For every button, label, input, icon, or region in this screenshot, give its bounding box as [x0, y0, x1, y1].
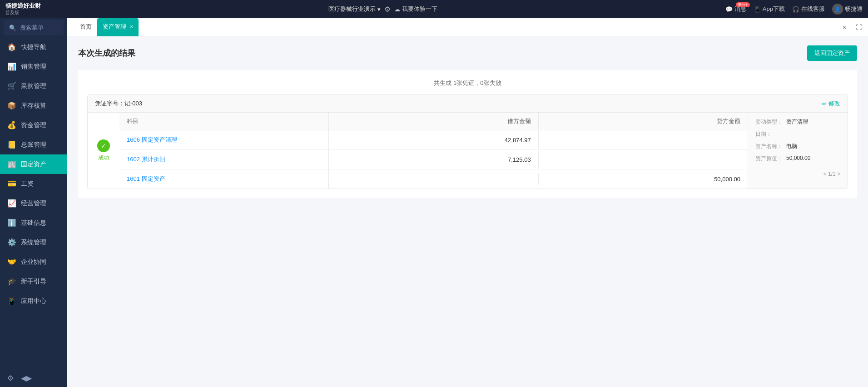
success-indicator: ✓ 成功 [88, 113, 119, 189]
search-menu-button[interactable]: 🔍 搜索菜单 [4, 20, 64, 35]
side-info-panel: 变动类型： 资产清理 日期： 资产名称： 电脑 [748, 113, 848, 189]
system-icon: ⚙️ [7, 238, 16, 247]
row3-subject[interactable]: 1601 固定资产 [119, 169, 329, 189]
download-icon: 📱 [754, 6, 761, 13]
message-icon: 💬 [725, 6, 733, 13]
sidebar-item-basics[interactable]: ℹ️ 基础信息 [0, 213, 67, 233]
pagination[interactable]: < 1/1 > [755, 167, 840, 177]
info-date: 日期： [755, 130, 840, 138]
app-download-label: App下载 [763, 5, 785, 13]
purchase-icon: 🛒 [7, 82, 16, 90]
sidebar: 🔍 搜索菜单 🏠 快捷导航 📊 销售管理 🛒 采购管理 📦 库存核算 💰 资金管… [0, 18, 67, 387]
user-area[interactable]: 👤 畅捷通 [832, 4, 863, 15]
page-title: 本次生成的结果 [78, 48, 135, 59]
table-header: 科目 借方金额 贷方金额 [119, 113, 748, 130]
sidebar-item-payroll[interactable]: 💳 工资 [0, 174, 67, 194]
sidebar-item-label: 系统管理 [21, 238, 46, 247]
close-window-button[interactable]: × [839, 22, 850, 33]
col-header-subject: 科目 [119, 113, 329, 130]
tab-close-icon[interactable]: × [130, 24, 133, 30]
row2-credit [539, 154, 748, 165]
sidebar-item-ledger[interactable]: 📒 总账管理 [0, 135, 67, 154]
voucher-header: 凭证字号：记-003 ✏ 修改 [88, 95, 848, 113]
sidebar-item-capital[interactable]: 💰 资金管理 [0, 115, 67, 135]
sidebar-item-purchase[interactable]: 🛒 采购管理 [0, 76, 67, 96]
tab-asset-mgmt-label: 资产管理 [103, 23, 126, 31]
return-button[interactable]: 返回固定资产 [807, 45, 857, 61]
experience-button[interactable]: ☁ 我要体验一下 [394, 5, 437, 13]
app-center-icon: 📱 [7, 297, 16, 305]
voucher-block: 凭证字号：记-003 ✏ 修改 ✓ 成功 [87, 94, 848, 189]
page-content: 本次生成的结果 返回固定资产 共生成 1张凭证，0张失败 凭证字号：记-003 … [67, 36, 868, 387]
app-download-button[interactable]: 📱 App下载 [754, 5, 785, 13]
sidebar-item-label: 新手引导 [21, 278, 46, 286]
top-header: 畅捷通好业财 普及版 医疗器械行业演示 ▾ ⚙ ☁ 我要体验一下 💬 消息 99… [0, 0, 868, 18]
messages-button[interactable]: 💬 消息 99+ [725, 5, 746, 13]
success-circle: ✓ [97, 139, 110, 152]
asset-value-value: 50,000.00 [786, 155, 810, 163]
tab-home[interactable]: 首页 [74, 18, 97, 36]
row1-subject[interactable]: 1606 固定资产清理 [119, 130, 329, 149]
sidebar-item-sales[interactable]: 📊 销售管理 [0, 57, 67, 76]
payroll-icon: 💳 [7, 179, 16, 188]
enterprise-icon: 🤝 [7, 258, 16, 266]
capital-icon: 💰 [7, 121, 16, 129]
settings-icon[interactable]: ⚙ [384, 5, 391, 14]
cloud-icon: ☁ [394, 6, 400, 13]
search-icon: 🔍 [9, 25, 16, 31]
app-edition: 普及版 [5, 10, 41, 16]
newbie-icon: 🎓 [7, 277, 16, 286]
table-row: 1602 累计折旧 7,125.03 [119, 150, 748, 169]
sidebar-item-app-center[interactable]: 📱 应用中心 [0, 291, 67, 311]
avatar: 👤 [832, 4, 843, 15]
voucher-body: ✓ 成功 科目 借方金额 贷方金额 1606 固定资产清理 [88, 113, 848, 189]
sidebar-item-label: 总账管理 [21, 141, 46, 149]
success-text: 成功 [98, 154, 109, 162]
change-type-value: 资产清理 [786, 118, 808, 126]
expand-window-button[interactable]: ⛶ [853, 22, 864, 33]
asset-name-label: 资产名称： [755, 143, 783, 150]
settings-bottom-icon[interactable]: ⚙ [7, 374, 14, 382]
inventory-icon: 📦 [7, 101, 16, 110]
operations-icon: 📈 [7, 199, 16, 208]
sidebar-item-newbie[interactable]: 🎓 新手引导 [0, 272, 67, 291]
sidebar-item-enterprise[interactable]: 🤝 企业协同 [0, 252, 67, 272]
sidebar-item-quick-nav[interactable]: 🏠 快捷导航 [0, 37, 67, 57]
page-title-row: 本次生成的结果 返回固定资产 [78, 45, 857, 61]
sidebar-item-operations[interactable]: 📈 经营管理 [0, 194, 67, 213]
company-selector[interactable]: 医疗器械行业演示 ▾ [328, 5, 381, 13]
headset-icon: 🎧 [792, 6, 799, 13]
content-area: 首页 资产管理 × × ⛶ 本次生成的结果 返回固定资产 共生成 1张凭证，0张… [67, 18, 868, 387]
chevron-down-icon: ▾ [377, 6, 381, 13]
tab-home-label: 首页 [80, 23, 92, 31]
header-right: 💬 消息 99+ 📱 App下载 🎧 在线客服 👤 畅捷通 [725, 4, 863, 15]
sidebar-bottom: ⚙ ◀▶ [0, 369, 67, 387]
row3-debit [329, 174, 538, 184]
collapse-icon[interactable]: ◀▶ [21, 374, 32, 382]
sidebar-item-label: 销售管理 [21, 63, 46, 71]
col-header-debit: 借方金额 [329, 113, 538, 130]
sidebar-item-fixed-assets[interactable]: 🏢 固定资产 [0, 154, 67, 174]
sidebar-item-inventory[interactable]: 📦 库存核算 [0, 96, 67, 115]
app-name: 畅捷通好业财 [5, 2, 41, 10]
sidebar-item-label: 经营管理 [21, 199, 46, 208]
row2-subject[interactable]: 1602 累计折旧 [119, 150, 329, 169]
sidebar-item-label: 资金管理 [21, 121, 46, 129]
table-row: 1601 固定资产 50,000.00 [119, 169, 748, 189]
sidebar-item-label: 固定资产 [21, 160, 46, 169]
sidebar-item-label: 库存核算 [21, 102, 46, 110]
tab-asset-mgmt[interactable]: 资产管理 × [97, 18, 139, 36]
fixed-assets-icon: 🏢 [7, 160, 16, 169]
basics-icon: ℹ️ [7, 218, 16, 227]
sidebar-item-system[interactable]: ⚙️ 系统管理 [0, 233, 67, 252]
info-change-type: 变动类型： 资产清理 [755, 118, 840, 126]
asset-name-value: 电脑 [786, 143, 797, 150]
online-support-button[interactable]: 🎧 在线客服 [792, 5, 825, 13]
sidebar-item-label: 企业协同 [21, 258, 46, 266]
sidebar-item-label: 基础信息 [21, 219, 46, 227]
col-header-credit: 贷方金额 [539, 113, 748, 130]
edit-button[interactable]: ✏ 修改 [822, 99, 840, 108]
sidebar-item-label: 采购管理 [21, 82, 46, 90]
sidebar-item-label: 应用中心 [21, 297, 46, 305]
search-menu-label: 搜索菜单 [20, 24, 44, 32]
